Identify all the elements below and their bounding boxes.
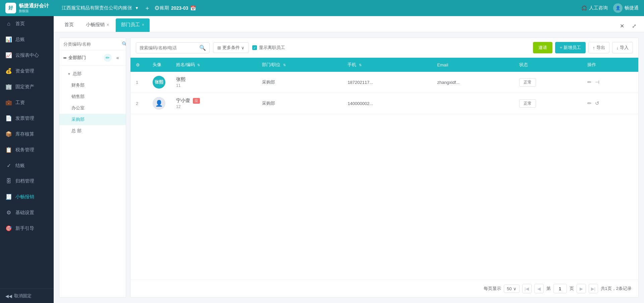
company-dropdown-icon: ▼ xyxy=(135,6,139,10)
dept-header-left: ▪▪ 全部部门 xyxy=(63,55,86,61)
sidebar: ⌂ 首页 📊 总账 📈 云报表中心 💰 资金管理 🏢 固定资产 💼 工资 📄 发… xyxy=(0,16,54,303)
add-employee-button[interactable]: + 新增员工 xyxy=(555,42,586,53)
logo-text-group: 畅捷通好会计 旗舰版 xyxy=(19,3,49,13)
dept-tree: ▼ 总部 财务部 销售部 办公室 采购部 xyxy=(59,65,126,297)
department-panel: 🔍 ▪▪ 全部部门 ✏ « ▼ 总部 xyxy=(59,38,126,298)
th-name-code[interactable]: 姓名/编码 ⇅ xyxy=(171,58,257,72)
sidebar-item-funds[interactable]: 💰 资金管理 xyxy=(0,63,54,79)
dept-header-actions: ✏ « xyxy=(104,54,122,62)
export-button[interactable]: ↑ 导出 xyxy=(588,42,609,53)
show-resigned-checkbox[interactable]: ✓ xyxy=(252,45,257,50)
tab-bar-actions: ✕ ⤢ xyxy=(617,21,639,32)
expense-icon: 🧾 xyxy=(5,194,12,200)
tab-expense[interactable]: 小畅报销 × xyxy=(80,18,114,32)
prev-page-button[interactable]: ◀ xyxy=(534,284,544,293)
invite-button[interactable]: 邀请 xyxy=(533,42,552,53)
logout-button[interactable]: ⊣ xyxy=(595,79,599,85)
sidebar-item-home[interactable]: ⌂ 首页 xyxy=(0,16,54,32)
add-icon[interactable]: ＋ xyxy=(144,4,150,12)
sidebar-item-guide[interactable]: 🎯 新手引导 xyxy=(0,220,54,236)
search-icon[interactable]: 🔍 xyxy=(199,45,206,51)
logo-area: 好 畅捷通好会计 旗舰版 xyxy=(5,3,59,13)
first-page-button[interactable]: |◀ xyxy=(522,284,532,293)
dept-node-purchasing[interactable]: 采购部 xyxy=(59,114,126,125)
employee-search-box: 🔍 xyxy=(136,42,210,53)
refresh-button[interactable]: ↺ xyxy=(595,100,599,106)
invoice-icon: 📄 xyxy=(5,115,12,121)
next-page-button[interactable]: ▶ xyxy=(577,284,586,293)
import-button[interactable]: ↓ 导入 xyxy=(612,42,633,53)
sidebar-item-settings[interactable]: ⚙ 基础设置 xyxy=(0,205,54,220)
avatar-placeholder: 👤 xyxy=(153,97,165,110)
page-size-select[interactable]: 50 ∨ xyxy=(504,285,519,293)
last-page-button[interactable]: ▶| xyxy=(589,284,598,293)
company-name[interactable]: 江西服宝精品有限责任公司内账张 ▼ xyxy=(62,5,139,11)
show-resigned-toggle[interactable]: ✓ 显示离职员工 xyxy=(252,45,285,51)
sort-dept-icon: ⇅ xyxy=(283,63,286,67)
tab-close-employee[interactable]: × xyxy=(142,22,144,27)
row-avatar: 👤 xyxy=(147,93,171,114)
dept-node-head[interactable]: ▼ 总部 xyxy=(59,68,126,80)
sidebar-item-closing[interactable]: ✓ 结账 xyxy=(0,158,54,173)
dept-node-office[interactable]: 办公室 xyxy=(59,102,126,114)
close-window-button[interactable]: ✕ xyxy=(617,21,627,31)
dept-collapse-button[interactable]: « xyxy=(114,54,122,62)
service-link[interactable]: 🎧 人工咨询 xyxy=(581,5,608,11)
pagination: 每页显示 50 ∨ |◀ ◀ 第 页 ▶ ▶| 共1页，2条记录 xyxy=(130,280,638,297)
sort-phone-icon: ⇅ xyxy=(359,63,362,67)
sidebar-item-ledger[interactable]: 📊 总账 xyxy=(0,32,54,47)
dept-edit-button[interactable]: ✏ xyxy=(104,54,112,62)
sidebar-item-assets[interactable]: 🏢 固定资产 xyxy=(0,79,54,95)
tree-expand-icon: ▼ xyxy=(67,72,71,76)
sidebar-item-inventory[interactable]: 📦 库存核算 xyxy=(0,126,54,142)
row-number: 2 xyxy=(130,93,147,114)
ledger-icon: 📊 xyxy=(5,36,12,43)
sidebar-item-invoice[interactable]: 📄 发票管理 xyxy=(0,110,54,126)
edit-button[interactable]: ✏ xyxy=(587,79,592,85)
status-badge: 正常 xyxy=(519,99,536,108)
sidebar-item-archive[interactable]: 🗄 归档管理 xyxy=(0,173,54,189)
top-bar: 好 畅捷通好会计 旗舰版 江西服宝精品有限责任公司内账张 ▼ ＋ ⚙ 账期 20… xyxy=(0,0,644,16)
main-layout: ⌂ 首页 📊 总账 📈 云报表中心 💰 资金管理 🏢 固定资产 💼 工资 📄 发… xyxy=(0,16,644,303)
inventory-icon: 📦 xyxy=(5,131,12,137)
sidebar-item-expense[interactable]: 🧾 小畅报销 xyxy=(0,189,54,205)
employee-toolbar: 🔍 ⊞ 更多条件 ∨ ✓ 显示离职员工 邀请 xyxy=(130,38,638,58)
cancel-pin-button[interactable]: ◀◀ 取消固定 xyxy=(0,289,54,303)
sidebar-item-tax[interactable]: 📋 税务管理 xyxy=(0,142,54,158)
row-number: 1 xyxy=(130,72,147,93)
reports-icon: 📈 xyxy=(5,52,12,58)
logo-icon: 好 xyxy=(5,3,16,13)
dept-node-sales[interactable]: 销售部 xyxy=(59,91,126,102)
row-status: 正常 xyxy=(514,93,582,114)
dept-search-icon[interactable]: 🔍 xyxy=(122,41,126,47)
dept-search-input[interactable] xyxy=(63,42,120,47)
filter-dropdown-icon: ∨ xyxy=(241,45,245,50)
th-avatar: 头像 xyxy=(147,58,171,72)
page-input[interactable] xyxy=(553,284,567,293)
dept-node-general[interactable]: 总 部 xyxy=(59,125,126,137)
row-dept: 采购部 xyxy=(257,72,342,93)
tab-employee[interactable]: 部门员工 × xyxy=(116,18,150,32)
th-dept-position[interactable]: 部门/职位 ⇅ xyxy=(257,58,342,72)
expand-window-button[interactable]: ⤢ xyxy=(629,21,639,31)
employee-search-input[interactable] xyxy=(140,45,197,50)
edit-button[interactable]: ✏ xyxy=(587,100,592,106)
tab-home[interactable]: 首页 xyxy=(59,18,79,32)
sidebar-item-salary[interactable]: 💼 工资 xyxy=(0,95,54,110)
tab-close-expense[interactable]: × xyxy=(107,22,109,27)
user-profile[interactable]: 👤 畅捷通 xyxy=(613,3,639,13)
settings-gear-icon[interactable]: ⚙ xyxy=(154,4,160,12)
th-settings[interactable]: ⚙ xyxy=(130,58,147,72)
dept-node-finance[interactable]: 财务部 xyxy=(59,80,126,91)
logo-text: 畅捷通好会计 xyxy=(19,3,49,9)
home-icon: ⌂ xyxy=(5,21,12,27)
guide-icon: 🎯 xyxy=(5,225,12,232)
top-bar-right: 🎧 人工咨询 👤 畅捷通 xyxy=(581,3,639,13)
th-phone[interactable]: 手机 ⇅ xyxy=(342,58,432,72)
filter-button[interactable]: ⊞ 更多条件 ∨ xyxy=(213,42,249,53)
row-status: 正常 xyxy=(514,72,582,93)
table-row: 1 张熙 张熙 11 xyxy=(130,72,638,93)
account-period[interactable]: 账期 2023-03 📅 xyxy=(160,5,196,11)
row-email: zhangxidf... xyxy=(432,72,514,93)
sidebar-item-reports[interactable]: 📈 云报表中心 xyxy=(0,47,54,63)
